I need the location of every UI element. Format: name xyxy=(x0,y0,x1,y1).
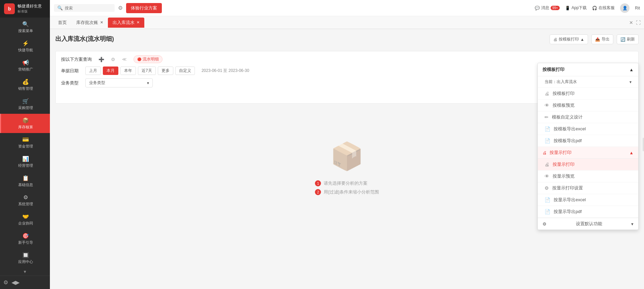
dropdown-display-settings[interactable]: ⚙ 按显示打印设置 xyxy=(538,182,638,194)
dropdown-display-item-label-3: 按显示导出excel xyxy=(554,197,586,203)
sidebar-item-system[interactable]: ⚙ 系统管理 xyxy=(0,191,50,210)
tab-home[interactable]: 首页 xyxy=(53,18,71,28)
dropdown-item-label-4: 按模板导出pdf xyxy=(554,138,582,144)
step-2: 2 用[过滤]条件来缩小分析范围 xyxy=(315,188,379,196)
print-dropdown-panel: 按模板打印 ▲ 当前：出入库流水 ▾ 🖨 按模板打印 👁 按模板预览 ✏ 模板自… xyxy=(537,63,639,230)
inventory-icon: 📦 xyxy=(22,117,29,124)
date-tag-custom[interactable]: 自定义 xyxy=(175,67,195,75)
window-close-btn[interactable]: ✕ xyxy=(629,20,633,25)
topbar-gear-icon[interactable]: ⚙ xyxy=(118,5,123,11)
tab-batch[interactable]: 库存批次账 ✕ xyxy=(71,18,108,28)
sidebar-item-label-operations: 经营管理 xyxy=(18,163,33,168)
step-1-num: 1 xyxy=(315,180,321,186)
dropdown-display-print[interactable]: 🖨 按显示打印 xyxy=(538,159,638,170)
sidebar-item-inventory[interactable]: 📦 库存核算 xyxy=(0,114,50,133)
print-template-btn[interactable]: 🖨 按模板打印 ▲ xyxy=(550,34,588,44)
settings-bottom-icon[interactable]: ⚙ xyxy=(3,279,8,286)
search-input[interactable] xyxy=(65,6,105,10)
dropdown-item-label-1: 按模板预览 xyxy=(553,102,575,108)
step-1: 1 请先选择要分析的方案 xyxy=(315,179,379,188)
dropdown-display-item-label-1: 按显示预览 xyxy=(553,173,575,179)
export-btn[interactable]: 📤 导出 xyxy=(591,34,613,44)
sidebar-item-sales[interactable]: 💰 销售管理 xyxy=(0,75,50,95)
display-section-icon: 🖨 xyxy=(543,150,547,155)
app-logo: b 畅捷通好生意 标准版 xyxy=(0,0,50,18)
window-expand-btn[interactable]: ⛶ xyxy=(636,20,641,25)
sidebar-item-guide[interactable]: 🎯 新手引导 xyxy=(0,229,50,248)
sidebar-item-operations[interactable]: 📊 经营管理 xyxy=(0,152,50,172)
filter-add-btn[interactable]: ➕ xyxy=(98,57,104,62)
sidebar-item-basic[interactable]: 📋 基础信息 xyxy=(0,172,50,191)
window-controls: ✕ ⛶ xyxy=(629,20,641,25)
filter-settings-icon[interactable]: ⚙ xyxy=(111,57,115,62)
tab-flow[interactable]: 出入库流水 ✕ xyxy=(108,18,144,28)
export-pdf-icon: 📄 xyxy=(545,138,550,143)
dropdown-template-customize[interactable]: ✏ 模板自定义设计 xyxy=(538,111,638,123)
dropdown-template-preview[interactable]: 👁 按模板预览 xyxy=(538,100,638,111)
date-tag-last-month[interactable]: 上月 xyxy=(85,67,101,75)
tab-batch-label: 库存批次账 xyxy=(76,20,98,26)
sidebar-item-label-guide: 新手引导 xyxy=(18,240,33,245)
avatar[interactable]: 👤 xyxy=(620,3,630,13)
sidebar-scroll-down[interactable]: ▼ xyxy=(0,268,50,275)
date-tag-7days[interactable]: 近7天 xyxy=(138,67,156,75)
biz-type-dropdown-icon: ▾ xyxy=(147,81,149,85)
dropdown-display-preview[interactable]: 👁 按显示预览 xyxy=(538,170,638,182)
dropdown-current-section[interactable]: 当前：出入库流水 ▾ xyxy=(538,76,638,88)
app-name: 畅捷通好生意 xyxy=(18,4,42,9)
biz-type-placeholder: 业务类型 xyxy=(89,80,105,86)
dropdown-display-export-pdf[interactable]: 📄 按显示导出pdf xyxy=(538,206,638,218)
display-section-label: 按显示打印 xyxy=(550,150,572,156)
step-1-text: 请先选择要分析的方案 xyxy=(324,179,368,188)
tab-flow-close[interactable]: ✕ xyxy=(137,20,140,25)
app-name-block: 畅捷通好生意 标准版 xyxy=(18,4,42,14)
sidebar-item-label-system: 系统管理 xyxy=(18,202,33,207)
sidebar-item-label-search: 搜索菜单 xyxy=(18,28,33,33)
dropdown-display-export-excel[interactable]: 📄 按显示导出excel xyxy=(538,194,638,206)
collapse-sidebar-icon[interactable]: ◀▶ xyxy=(11,279,20,286)
dropdown-footer[interactable]: ⚙ 设置默认功能 ▾ xyxy=(538,218,638,230)
dropdown-collapse-icon[interactable]: ▲ xyxy=(629,67,634,72)
sidebar-item-collab[interactable]: 🤝 企业协同 xyxy=(0,210,50,229)
filter-chip[interactable]: 🔴 流水明细 xyxy=(134,55,163,63)
date-filter-label: 单据日期 xyxy=(61,68,79,74)
dropdown-template-export-pdf[interactable]: 📄 按模板导出pdf xyxy=(538,135,638,147)
biz-type-select[interactable]: 业务类型 ▾ xyxy=(85,78,153,87)
sidebar-item-finance[interactable]: 💳 资金管理 xyxy=(0,133,50,152)
print-icon: 🖨 xyxy=(553,37,557,42)
sidebar-item-quick-nav[interactable]: ⚡ 快捷导航 xyxy=(0,37,50,56)
marketing-icon: 📢 xyxy=(22,59,29,66)
topbar: 🔍 ⚙ 体验行业方案 💬 消息 99+ 📱 App下载 🎧 在线客服 👤 Rit xyxy=(50,0,644,16)
date-tag-this-month[interactable]: 本月 xyxy=(103,67,118,75)
app-version: 标准版 xyxy=(18,9,42,14)
sidebar-item-purchase[interactable]: 🛒 采购管理 xyxy=(0,95,50,114)
dropdown-display-item-label-2: 按显示打印设置 xyxy=(552,185,583,191)
refresh-btn[interactable]: 🔄 刷新 xyxy=(617,34,639,44)
export-excel-icon: 📄 xyxy=(545,126,550,132)
dropdown-display-section[interactable]: 🖨 按显示打印 ▲ xyxy=(538,147,638,159)
online-service-action[interactable]: 🎧 在线客服 xyxy=(592,5,615,11)
logo-icon: b xyxy=(4,3,15,14)
headset-icon: 🎧 xyxy=(592,6,597,10)
chip-icon: 🔴 xyxy=(137,57,141,61)
sales-icon: 💰 xyxy=(22,79,29,85)
message-action[interactable]: 💬 消息 99+ xyxy=(535,5,560,11)
scroll-indicator xyxy=(643,138,644,151)
app-download-action[interactable]: 📱 App下载 xyxy=(565,5,587,11)
sidebar-item-search[interactable]: 🔍 搜索菜单 xyxy=(0,18,50,37)
date-tag-this-year[interactable]: 本年 xyxy=(120,67,136,75)
topbar-search-box[interactable]: 🔍 xyxy=(54,4,115,12)
tab-batch-close[interactable]: ✕ xyxy=(100,20,103,25)
message-label: 消息 xyxy=(541,5,549,11)
dropdown-template-print[interactable]: 🖨 按模板打印 xyxy=(538,88,638,100)
filter-chip-label: 流水明细 xyxy=(143,56,159,62)
filter-collapse-icon[interactable]: ≪ xyxy=(122,57,127,62)
sidebar-item-app-center[interactable]: 🔲 应用中心 xyxy=(0,248,50,268)
message-badge: 99+ xyxy=(551,6,560,10)
sidebar-item-marketing[interactable]: 📢 营销推广 xyxy=(0,56,50,75)
dropdown-display-item-label-0: 按显示打印 xyxy=(553,161,575,167)
date-tag-more[interactable]: 更多 xyxy=(158,67,173,75)
dropdown-template-export-excel[interactable]: 📄 按模板导出excel xyxy=(538,123,638,135)
industry-btn[interactable]: 体验行业方案 xyxy=(126,3,162,13)
topbar-search-icon: 🔍 xyxy=(57,5,63,10)
